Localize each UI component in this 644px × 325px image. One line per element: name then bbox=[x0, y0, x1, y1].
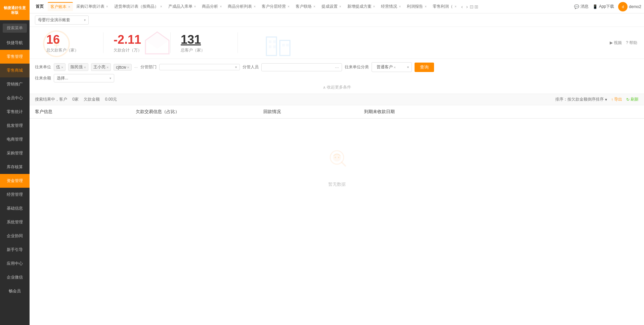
maximize-icon[interactable]: ⊞ bbox=[474, 4, 478, 9]
sidebar-item-retail-stat[interactable]: 零售统计 bbox=[0, 105, 30, 119]
close-tab-icon[interactable]: × bbox=[220, 5, 222, 8]
close-tab-icon[interactable]: × bbox=[160, 5, 162, 8]
svg-text:¥: ¥ bbox=[53, 37, 60, 50]
app-icon: 📱 bbox=[593, 4, 598, 9]
account-dropdown[interactable]: 母婴行业演示账套 ▾ bbox=[35, 15, 89, 25]
tab-biz-status[interactable]: 经营情况 × bbox=[378, 2, 403, 11]
export-button[interactable]: ↑ 导出 bbox=[611, 97, 622, 102]
app-download-button[interactable]: 📱 App下载 bbox=[593, 4, 614, 9]
minimize-icon[interactable]: ⊟ bbox=[470, 4, 474, 9]
close-tab-icon[interactable]: × bbox=[399, 5, 401, 8]
account-dropdown-label: 母婴行业演示账套 bbox=[38, 17, 70, 23]
total-customers-label: 总客户（家） bbox=[181, 47, 205, 53]
tab-profit-report[interactable]: 利润报告 × bbox=[404, 2, 429, 11]
svg-rect-11 bbox=[286, 44, 289, 46]
table-header: 客户信息 欠款交易信息（占比） 回款情况 到期未收款日期 bbox=[30, 105, 644, 119]
filter-tag-wu[interactable]: 伍 × bbox=[54, 63, 66, 71]
close-tab-icon[interactable]: × bbox=[373, 5, 375, 8]
close-tab-icon[interactable]: × bbox=[106, 5, 108, 8]
balance-dropdown[interactable]: 选择... ▾ bbox=[54, 74, 114, 82]
filter-tag-wang[interactable]: 王小亮 × bbox=[91, 63, 111, 71]
category-tag-text: 普通客户 bbox=[377, 64, 393, 70]
video-help-button[interactable]: ▶ 视频 bbox=[610, 40, 622, 46]
tab-nav-arrows[interactable]: ‹ › bbox=[460, 3, 469, 10]
svg-rect-5 bbox=[280, 40, 290, 56]
building-bg-icon bbox=[265, 30, 292, 63]
sidebar-item-system[interactable]: 系统管理 bbox=[0, 215, 30, 229]
sidebar-item-quicknav[interactable]: 快捷导航 bbox=[0, 36, 30, 50]
tab-goods-stats[interactable]: 进货单统计表（按商品） × bbox=[112, 2, 165, 11]
home-tab[interactable]: 首页 bbox=[32, 2, 47, 11]
filter-row-1: 往来单位 伍 × 陈民强 × 王小亮 × cjttcw × ··· 分管部门 ▾ bbox=[35, 62, 639, 72]
tab-next-icon[interactable]: › bbox=[465, 3, 469, 10]
sidebar-search-area[interactable]: 搜索菜单 bbox=[0, 20, 30, 36]
close-tab-icon[interactable]: × bbox=[455, 5, 457, 8]
close-tab-icon[interactable]: × bbox=[313, 5, 315, 8]
refresh-button[interactable]: ↻ 刷新 bbox=[626, 97, 639, 102]
sidebar-item-member[interactable]: 会员中心 bbox=[0, 91, 30, 105]
tab-retail-profit[interactable]: 零售利润（ × bbox=[430, 2, 459, 11]
message-button[interactable]: 💬 消息 bbox=[574, 4, 589, 9]
help-button[interactable]: ? 帮助 bbox=[626, 40, 637, 46]
dept-filter-label: 分管部门 bbox=[140, 64, 157, 70]
sidebar-item-retail-shop[interactable]: 零售商城 bbox=[0, 64, 30, 77]
col-debt-info: 欠款交易信息（占比） bbox=[136, 109, 263, 115]
sidebar-item-enterprise[interactable]: 企业协同 bbox=[0, 229, 30, 243]
close-tab-icon[interactable]: × bbox=[194, 5, 196, 8]
close-tab-icon[interactable]: × bbox=[288, 5, 290, 8]
debt-label: 欠款金额 bbox=[84, 97, 100, 102]
tab-prev-icon[interactable]: ‹ bbox=[460, 3, 464, 10]
tab-add-commission[interactable]: 新增提成方案 × bbox=[345, 2, 378, 11]
remove-category-tag-icon[interactable]: × bbox=[394, 65, 396, 69]
remove-tag-icon[interactable]: × bbox=[106, 65, 109, 69]
sidebar-item-marketing[interactable]: 营销推广 bbox=[0, 77, 30, 91]
tab-customer-layer[interactable]: 客户分层经营 × bbox=[259, 2, 292, 11]
close-tab-icon[interactable]: × bbox=[68, 5, 70, 9]
tab-customer-ledger[interactable]: 客户账本 × bbox=[48, 2, 73, 11]
close-tab-icon[interactable]: × bbox=[254, 5, 256, 8]
query-button[interactable]: 查询 bbox=[415, 63, 434, 72]
remove-tag-icon[interactable]: × bbox=[84, 65, 86, 69]
sidebar-item-apps[interactable]: 应用中心 bbox=[0, 257, 30, 270]
close-tab-icon[interactable]: × bbox=[425, 5, 427, 8]
category-dropdown[interactable]: 普通客户 × ▾ bbox=[372, 62, 412, 72]
tab-production-stock[interactable]: 产成品入库单 × bbox=[166, 2, 199, 11]
sidebar-item-inventory[interactable]: 库存核算 bbox=[0, 160, 30, 174]
sidebar-item-purchase[interactable]: 采购管理 bbox=[0, 146, 30, 160]
search-menu-button[interactable]: 搜索菜单 bbox=[3, 24, 27, 33]
stats-section: ¥ 16 总欠款客户（家） -2 bbox=[30, 27, 644, 59]
close-tab-icon[interactable]: × bbox=[339, 5, 341, 8]
sidebar-item-member2[interactable]: 畅会员 bbox=[0, 284, 30, 298]
sidebar-item-biz[interactable]: 经营管理 bbox=[0, 188, 30, 202]
person-dropdown[interactable]: ··· bbox=[261, 63, 342, 71]
user-avatar[interactable]: d demo2 bbox=[618, 2, 641, 11]
sidebar-item-finance[interactable]: 资金管理 bbox=[0, 174, 30, 188]
sort-dropdown[interactable]: 排序：按欠款金额倒序排序 ▾ bbox=[555, 97, 607, 102]
filter-tag-text: cjttcw bbox=[116, 65, 126, 70]
tab-customer-contact[interactable]: 客户联络 × bbox=[293, 2, 318, 11]
svg-point-16 bbox=[338, 157, 339, 158]
person-more-icon[interactable]: ··· bbox=[335, 65, 339, 70]
collapse-filters-button[interactable]: ∧ 收起更多条件 bbox=[35, 84, 639, 90]
tab-commission-settings[interactable]: 提成设置 × bbox=[319, 2, 344, 11]
remove-tag-icon[interactable]: × bbox=[61, 65, 63, 69]
tab-label: 客户联络 bbox=[296, 4, 312, 9]
sidebar-item-basic[interactable]: 基础信息 bbox=[0, 202, 30, 215]
tab-purchase-order-stats[interactable]: 采购订单统计表 × bbox=[74, 2, 111, 11]
filter-tag-chen[interactable]: 陈民强 × bbox=[68, 63, 88, 71]
more-tags-button[interactable]: ··· bbox=[134, 65, 138, 70]
sidebar-item-ecom[interactable]: 电商管理 bbox=[0, 133, 30, 146]
filter-tag-text: 伍 bbox=[56, 64, 60, 70]
tab-goods-analysis[interactable]: 商品分析 × bbox=[199, 2, 224, 11]
dept-dropdown[interactable]: ▾ bbox=[159, 64, 240, 70]
tab-goods-analysis-list[interactable]: 商品分析列表 × bbox=[225, 2, 258, 11]
remove-tag-icon[interactable]: × bbox=[127, 65, 129, 69]
category-tag[interactable]: 普通客户 × bbox=[375, 64, 398, 71]
sidebar-item-batch[interactable]: 批发管理 bbox=[0, 119, 30, 133]
svg-rect-10 bbox=[282, 44, 285, 46]
message-label: 消息 bbox=[581, 4, 589, 9]
sidebar-item-retail[interactable]: 零售管理 bbox=[0, 50, 30, 64]
sidebar-item-guide[interactable]: 新手引导 bbox=[0, 243, 30, 257]
sidebar-item-wechat[interactable]: 企业微信 bbox=[0, 270, 30, 284]
filter-tag-cjttcw[interactable]: cjttcw × bbox=[114, 64, 131, 71]
